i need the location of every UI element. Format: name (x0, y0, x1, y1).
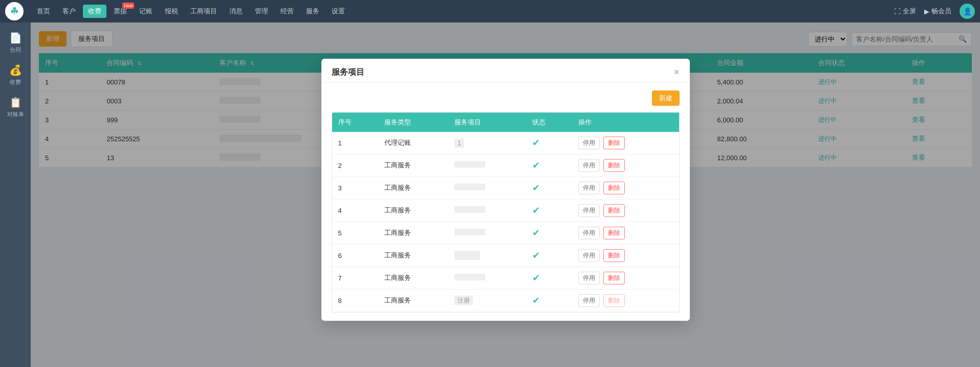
modal-col-action: 操作 (572, 112, 679, 132)
blurred-item (454, 229, 485, 235)
stop-button[interactable]: 停用 (578, 226, 600, 239)
modal-cell-type: 代理记账 (378, 132, 448, 154)
nav-tax[interactable]: 报税 (160, 5, 183, 18)
modal-cell-seq: 7 (332, 267, 378, 289)
stop-button[interactable]: 停用 (578, 271, 600, 284)
delete-button[interactable]: 删除 (603, 204, 625, 217)
delete-button[interactable]: 删除 (603, 159, 625, 171)
stop-button[interactable]: 停用 (578, 136, 600, 149)
sidebar-label-reconciliation: 对账单 (7, 111, 24, 118)
status-check-icon: ✔ (532, 250, 540, 261)
modal-body: 新建 序号 服务类型 服务项目 状态 操作 (321, 82, 690, 320)
nav-industry[interactable]: 工商项目 (185, 5, 222, 18)
modal-cell-item: 1 (448, 132, 526, 154)
modal-table-row: 2 工商服务 ✔ 停用 删除 (332, 154, 679, 177)
modal-table-row: 7 工商服务 ✔ 停用 删除 (332, 267, 679, 289)
delete-button[interactable]: 删除 (603, 249, 625, 262)
modal-table-wrap: 序号 服务类型 服务项目 状态 操作 1 代理记账 1 (332, 112, 680, 312)
fullscreen-button[interactable]: ⛶ 全屏 (894, 7, 916, 16)
modal-cell-status: ✔ (526, 289, 572, 312)
modal-cell-item (448, 177, 526, 199)
modal-cell-status: ✔ (526, 199, 572, 222)
nav-invoice[interactable]: 票据new (108, 5, 132, 18)
modal-close-button[interactable]: × (674, 67, 680, 77)
modal-cell-type: 工商服务 (378, 154, 448, 177)
modal-col-seq: 序号 (332, 112, 378, 132)
stop-button[interactable]: 停用 (578, 159, 600, 171)
modal-cell-seq: 3 (332, 177, 378, 199)
modal-header: 服务项目 × (321, 58, 690, 82)
modal-cell-seq: 6 (332, 244, 378, 267)
service-items-table: 序号 服务类型 服务项目 状态 操作 1 代理记账 1 (332, 112, 679, 312)
modal-cell-status: ✔ (526, 154, 572, 177)
delete-button[interactable]: 删除 (603, 136, 625, 149)
member-button[interactable]: ▶ 畅会员 (924, 7, 951, 16)
stop-button[interactable]: 停用 (578, 294, 600, 307)
modal-cell-type: 工商服务 (378, 199, 448, 222)
modal-col-item: 服务项目 (448, 112, 526, 132)
top-navigation: ☘ 首页 客户 收费 票据new 记账 报税 工商项目 消息 管理 经营 服务 … (0, 0, 980, 23)
nav-operation[interactable]: 经营 (275, 5, 299, 18)
sidebar-item-fee[interactable]: 💰 收费 (2, 60, 29, 90)
delete-button[interactable]: 删除 (603, 294, 625, 307)
modal-cell-seq: 5 (332, 222, 378, 244)
user-avatar[interactable]: 👤 (960, 4, 975, 19)
modal-table-row: 6 工商服务 ✔ 停用 删除 (332, 244, 679, 267)
modal-col-status: 状态 (526, 112, 572, 132)
blurred-item (454, 274, 485, 280)
nav-service[interactable]: 服务 (301, 5, 324, 18)
modal-cell-type: 工商服务 (378, 244, 448, 267)
modal-table-row: 1 代理记账 1 ✔ 停用 删除 (332, 132, 679, 154)
delete-button[interactable]: 删除 (603, 226, 625, 239)
modal-cell-status: ✔ (526, 177, 572, 199)
blurred-item (454, 184, 485, 190)
nav-manage[interactable]: 管理 (250, 5, 273, 18)
modal-cell-status: ✔ (526, 222, 572, 244)
new-badge: new (122, 3, 134, 9)
modal-cell-item: 注册 (448, 289, 526, 312)
modal-cell-type: 工商服务 (378, 177, 448, 199)
modal-toolbar: 新建 (332, 90, 680, 105)
main-content-area: 新增 服务项目 进行中 已终止 全部 🔍 序号 合同编码 ⇅ (31, 23, 980, 367)
modal-table-row: 5 工商服务 ✔ 停用 删除 (332, 222, 679, 244)
modal-cell-seq: 1 (332, 132, 378, 154)
nav-bookkeeping[interactable]: 记账 (134, 5, 158, 18)
delete-button[interactable]: 删除 (603, 271, 625, 284)
stop-button[interactable]: 停用 (578, 181, 600, 194)
status-check-icon: ✔ (532, 205, 540, 215)
nav-settings[interactable]: 设置 (326, 5, 350, 18)
reconciliation-icon: 📋 (9, 96, 22, 109)
service-items-modal: 服务项目 × 新建 序号 服务类型 服务项目 状态 (321, 58, 690, 320)
nav-fee[interactable]: 收费 (83, 5, 106, 18)
blurred-item (454, 161, 485, 168)
modal-cell-action: 停用 删除 (572, 177, 679, 199)
modal-cell-item (448, 154, 526, 177)
nav-client[interactable]: 客户 (57, 5, 81, 18)
status-check-icon: ✔ (532, 183, 540, 193)
modal-cell-status: ✔ (526, 244, 572, 267)
modal-table-row: 8 工商服务 注册 ✔ 停用 删除 (332, 289, 679, 312)
contract-icon: 📄 (9, 32, 22, 44)
stop-button[interactable]: 停用 (578, 204, 600, 217)
main-layout: 📄 合同 💰 收费 📋 对账单 新增 服务项目 进行中 已终止 全部 (0, 23, 980, 367)
modal-new-button[interactable]: 新建 (652, 90, 680, 105)
modal-cell-seq: 8 (332, 289, 378, 312)
play-icon: ▶ (924, 8, 929, 15)
item-label-blurred (454, 251, 480, 260)
sidebar-item-contract[interactable]: 📄 合同 (2, 28, 29, 58)
modal-cell-action: 停用 删除 (572, 199, 679, 222)
delete-button[interactable]: 删除 (603, 181, 625, 194)
modal-cell-action: 停用 删除 (572, 267, 679, 289)
nav-home[interactable]: 首页 (32, 5, 55, 18)
status-check-icon: ✔ (532, 138, 540, 148)
modal-cell-seq: 4 (332, 199, 378, 222)
modal-cell-type: 工商服务 (378, 289, 448, 312)
fullscreen-icon: ⛶ (894, 8, 901, 15)
modal-cell-item (448, 199, 526, 222)
sidebar-item-reconciliation[interactable]: 📋 对账单 (2, 92, 29, 122)
status-check-icon: ✔ (532, 295, 540, 306)
stop-button[interactable]: 停用 (578, 249, 600, 262)
nav-message[interactable]: 消息 (224, 5, 248, 18)
nav-menu: 首页 客户 收费 票据new 记账 报税 工商项目 消息 管理 经营 服务 设置 (32, 5, 894, 18)
member-label: 畅会员 (931, 7, 951, 16)
